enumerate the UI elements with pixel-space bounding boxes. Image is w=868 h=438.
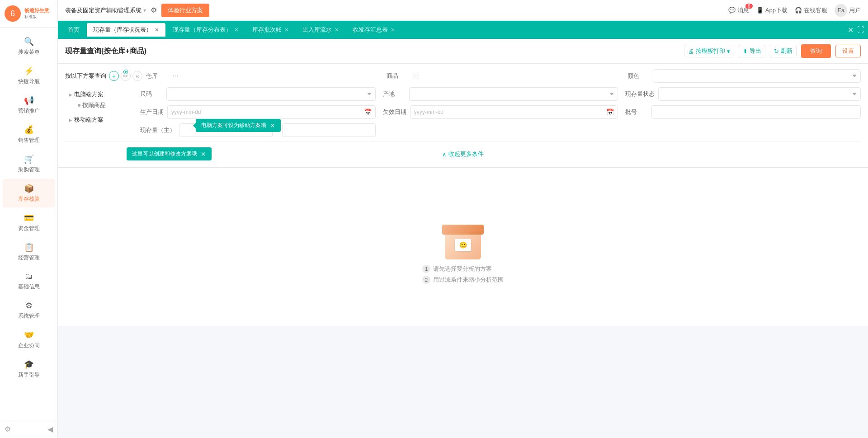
printer-icon: 🖨 [688,48,694,55]
tab-close-icon[interactable]: ✕ [155,27,159,33]
tab-inout[interactable]: 出入库流水 ✕ [296,23,345,37]
sidebar-item-label: 基础信息 [18,283,40,291]
goods-field: 商品 ··· [387,72,620,80]
calendar-icon: 📅 [606,108,614,116]
sidebar-item-purchase[interactable]: 🛒 采购管理 [3,150,55,178]
collapse-sidebar-button[interactable]: ◀ [47,425,53,433]
message-icon: 💬 [728,7,736,14]
tab-bar-end: ✕ ⛶ [848,26,864,34]
sidebar-item-label: 系统管理 [18,312,40,320]
export-button[interactable]: ⬆ 导出 [739,45,765,57]
tab-close-icon[interactable]: ✕ [284,27,289,33]
origin-select[interactable] [409,87,618,101]
sidebar-item-sales[interactable]: 💰 销售管理 [3,120,55,149]
back-button[interactable]: « [132,71,142,81]
sidebar-item-label: 营销推广 [18,107,40,115]
refresh-label: 刷新 [781,47,793,55]
tab-batch[interactable]: 库存批次账 ✕ [246,23,295,37]
sidebar-item-marketing[interactable]: 📢 营销推广 [3,91,55,119]
purchase-icon: 🛒 [24,154,34,164]
logo-text: 畅通好生意 [24,7,49,14]
lightning-icon: ⚡ [24,66,34,76]
expiry-date-field: 失效日期 yyyy-mm-dd 📅 [383,105,618,119]
tab-close-all-icon[interactable]: ✕ [848,26,854,34]
sidebar-logo: 6 畅通好生意 标准版 [0,0,57,28]
tab-fullscreen-icon[interactable]: ⛶ [857,26,864,34]
tab-inventory-dist[interactable]: 现存量（库存分布表） ✕ [166,23,245,37]
mobile-plan-item[interactable]: ▶ 移动端方案 [65,114,133,125]
industry-button[interactable]: 体验行业方案 [161,4,209,17]
sidebar-item-label: 企业协同 [18,342,40,349]
tab-close-icon[interactable]: ✕ [335,27,339,33]
sidebar-item-search[interactable]: 🔍 搜索菜单 [3,32,55,61]
stock-range-max[interactable] [282,123,376,137]
calendar-icon: 📅 [364,108,372,116]
settings-button[interactable]: ⚙ [5,425,11,433]
warehouse-label: 仓库 [146,72,169,80]
gear-icon[interactable]: ⚙ [151,6,157,14]
user-avatar: Ea [835,4,847,17]
sidebar-item-finance[interactable]: 💳 资金管理 [3,208,55,237]
user-menu[interactable]: Ea 用户 [835,4,861,17]
page-header-actions: 🖨 按模板打印 ▾ ⬆ 导出 ↻ 刷新 查询 设置 [684,44,861,58]
warehouse-field: 仓库 ··· [146,72,379,80]
empty-state: 😐 1 请先选择要分析的方案 2 用过滤条件来缩小分析范围 [422,183,504,311]
edit-plan-button[interactable]: ✏ [121,71,131,81]
expiry-date-input[interactable]: yyyy-mm-dd 📅 [410,105,618,119]
production-date-input[interactable]: yyyy-mm-dd 📅 [167,105,376,119]
sidebar-item-operation[interactable]: 📋 经营管理 [3,238,55,266]
empty-steps: 1 请先选择要分析的方案 2 用过滤条件来缩小分析范围 [422,265,504,284]
sidebar-item-label: 新手引导 [18,371,40,379]
online-support-button[interactable]: 🎧 在线客服 [795,6,827,14]
sidebar-item-system[interactable]: ⚙ 系统管理 [3,296,55,325]
print-arrow-icon: ▾ [727,48,730,55]
create-tooltip-close[interactable]: ✕ [201,151,206,158]
export-icon: ⬆ [743,48,748,55]
refresh-button[interactable]: ↻ 刷新 [770,45,797,57]
tab-close-icon[interactable]: ✕ [391,27,395,33]
origin-field: 产地 [383,87,618,101]
stock-status-select[interactable] [658,87,861,101]
tab-close-icon[interactable]: ✕ [234,27,239,33]
tab-inventory-status[interactable]: 现存量（库存状况表） ✕ [87,23,165,37]
system-icon: ⚙ [25,301,33,311]
warehouse-dots[interactable]: ··· [172,72,178,80]
inventory-icon: 📦 [24,184,34,193]
stock-status-field: 现存量状态 [625,87,861,101]
sidebar-item-guide[interactable]: 🎓 新手引导 [3,355,55,383]
page-content: 现存量查询(按仓库+商品) 🖨 按模板打印 ▾ ⬆ 导出 ↻ 刷新 [58,39,868,438]
add-plan-button[interactable]: + [109,71,119,81]
sidebar-item-inventory[interactable]: 📦 库存核算 [3,179,55,207]
sidebar-item-basic[interactable]: 🗂 基础信息 [3,267,55,295]
create-tooltip: 这里可以创建和修改方案哦 ✕ [127,147,212,160]
phone-icon: 📱 [756,7,764,14]
size-select[interactable] [166,87,376,101]
sidebar: 6 畅通好生意 标准版 🔍 搜索菜单 ⚡ 快捷导航 📢 营销推广 💰 销售 [0,0,58,438]
pc-plan-child-item[interactable]: ▶ 按顾商品 [72,100,133,111]
plan-tooltip-close[interactable]: ✕ [270,122,275,129]
search-button[interactable]: 查询 [801,44,831,58]
sidebar-item-label: 销售管理 [18,137,40,144]
system-selector[interactable]: 装备及固定资产辅助管理系统 ▾ [65,6,146,14]
sidebar-nav: 🔍 搜索菜单 ⚡ 快捷导航 📢 营销推广 💰 销售管理 🛒 采购管理 📦 [0,28,57,420]
tab-label: 收发存汇总表 [353,26,388,34]
tab-summary[interactable]: 收发存汇总表 ✕ [346,23,401,37]
color-select[interactable] [654,69,861,83]
print-label: 按模板打印 [696,47,725,55]
filter-label: 按以下方案查询 [65,72,106,80]
tab-home[interactable]: 首页 [61,23,86,37]
sidebar-item-collab[interactable]: 🤝 企业协同 [3,325,55,354]
collapse-label: 收起更多条件 [448,150,484,158]
set-button[interactable]: 设置 [835,45,861,57]
sidebar-item-quicknav[interactable]: ⚡ 快捷导航 [3,61,55,90]
top-right: 💬 消息 6 📱 App下载 🎧 在线客服 Ea 用户 [728,4,861,17]
pc-plan-item[interactable]: ▶ 电脑端方案 [65,89,133,100]
print-button[interactable]: 🖨 按模板打印 ▾ [684,45,734,57]
message-button[interactable]: 💬 消息 6 [728,6,749,14]
batch-input[interactable] [651,105,861,119]
goods-dots[interactable]: ··· [413,72,419,80]
operation-icon: 📋 [24,242,34,252]
sidebar-item-label: 资金管理 [18,225,40,232]
color-field: 颜色 [627,69,861,83]
app-download-button[interactable]: 📱 App下载 [756,6,788,14]
